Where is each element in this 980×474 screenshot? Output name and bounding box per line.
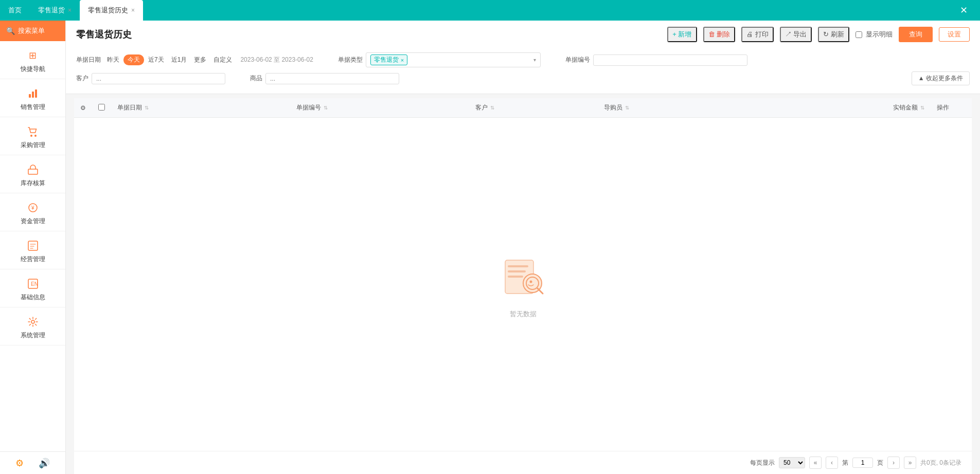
page-unit: 页 [877, 459, 883, 467]
prev-page-button[interactable]: ‹ [826, 457, 838, 469]
toolbar: + 新增 🗑 删除 🖨 打印 ↗ 导出 ↻ 刷新 显示明细 查询 设置 [667, 27, 970, 42]
col-amount[interactable]: 实销金额 ⇅ [752, 98, 931, 118]
svg-rect-1 [32, 92, 34, 98]
date-opt-custom[interactable]: 自定义 [210, 54, 235, 65]
tab-retail-return-label: 零售退货 [38, 6, 65, 15]
tab-retail-return[interactable]: 零售退货 × [30, 0, 80, 21]
first-page-button[interactable]: « [809, 457, 822, 469]
sidebar-item-system[interactable]: 系统管理 [0, 307, 65, 345]
sidebar: 搜索菜单 ⊞ 快捷导航 销售管理 采购管理 [0, 21, 66, 474]
filter-area: 单据日期 昨天 今天 近7天 近1月 更多 自定义 2023-06-02 至 2… [76, 48, 970, 94]
svg-rect-5 [28, 169, 38, 174]
page-label: 第 [842, 459, 848, 467]
sidebar-item-finance[interactable]: ¥ 资金管理 [0, 193, 65, 231]
settings-bottom-icon[interactable]: ⚙ [15, 458, 24, 469]
window-close-button[interactable]: ✕ [956, 3, 972, 18]
date-opt-1month[interactable]: 近1月 [168, 54, 190, 65]
display-detail-checkbox[interactable] [856, 31, 862, 38]
content-area: 零售退货历史 + 新增 🗑 删除 🖨 打印 ↗ 导出 ↻ 刷新 显示明细 查询 … [66, 21, 980, 474]
refresh-button[interactable]: ↻ 刷新 [818, 27, 849, 42]
table-container: ⚙ 单据日期 ⇅ 单据编号 ⇅ [74, 98, 972, 451]
total-info: 共0页, 0条记录 [920, 459, 961, 467]
sidebar-search-label: 搜索菜单 [18, 26, 45, 35]
sidebar-item-label-stock: 库存核算 [21, 179, 45, 188]
number-filter: 单据编号 [565, 54, 747, 66]
query-button[interactable]: 查询 [899, 27, 933, 42]
operation-icon [26, 239, 40, 253]
date-opt-7days[interactable]: 近7天 [145, 54, 167, 65]
main-layout: 搜索菜单 ⊞ 快捷导航 销售管理 采购管理 [0, 21, 980, 474]
customer-filter-input[interactable] [92, 73, 225, 84]
per-page-label: 每页显示 [750, 459, 775, 467]
display-detail-label: 显示明细 [866, 30, 893, 39]
type-tag-label: 零售退货 [374, 56, 399, 64]
col-number-sort-icon: ⇅ [324, 105, 328, 111]
sidebar-item-quick-nav[interactable]: ⊞ 快捷导航 [0, 41, 65, 79]
col-customer[interactable]: 客户 ⇅ [469, 98, 598, 118]
tab-retail-return-history[interactable]: 零售退货历史 × [80, 0, 143, 21]
sidebar-item-label-purchase: 采购管理 [21, 141, 45, 150]
col-guide[interactable]: 导购员 ⇅ [598, 98, 752, 118]
svg-text:¥: ¥ [31, 205, 34, 211]
col-settings[interactable]: ⚙ [74, 98, 92, 118]
pagination-bar: 每页显示 50 20 100 200 « ‹ 第 1 页 › » 共0页, 0条… [74, 451, 972, 474]
tab-retail-return-close[interactable]: × [68, 7, 72, 14]
setting-button[interactable]: 设置 [939, 27, 970, 42]
empty-text: 暂无数据 [510, 309, 537, 319]
next-page-button[interactable]: › [887, 457, 900, 469]
per-page-select[interactable]: 50 20 100 200 [779, 457, 805, 468]
sidebar-item-basic[interactable]: EN 基础信息 [0, 269, 65, 307]
page-content: ⚙ 单据日期 ⇅ 单据编号 ⇅ [66, 94, 980, 474]
goods-filter: 商品 [250, 73, 399, 84]
tab-retail-return-history-close[interactable]: × [131, 7, 135, 14]
page-input[interactable]: 1 [852, 458, 873, 468]
sidebar-item-sales[interactable]: 销售管理 [0, 79, 65, 117]
top-bar-right: ✕ [956, 3, 980, 18]
customer-filter: 客户 [76, 73, 225, 84]
tab-home[interactable]: 首页 [0, 0, 30, 21]
col-date[interactable]: 单据日期 ⇅ [111, 98, 290, 118]
add-button[interactable]: + 新增 [667, 27, 697, 42]
svg-rect-14 [508, 270, 526, 272]
col-guide-sort-icon: ⇅ [625, 105, 629, 111]
nav-icon: ⊞ [26, 48, 40, 63]
top-bar: 首页 零售退货 × 零售退货历史 × ✕ [0, 0, 980, 21]
col-number[interactable]: 单据编号 ⇅ [290, 98, 469, 118]
col-operations: 操作 [931, 98, 972, 118]
col-amount-sort-icon: ⇅ [920, 105, 924, 111]
type-select-arrow-icon: ▾ [533, 57, 536, 63]
svg-rect-13 [508, 265, 528, 267]
type-tag-close[interactable]: × [401, 57, 404, 63]
finance-icon: ¥ [26, 200, 40, 215]
sidebar-item-operation[interactable]: 经营管理 [0, 231, 65, 269]
display-detail-toggle[interactable]: 显示明细 [856, 30, 893, 39]
svg-text:EN: EN [31, 281, 38, 287]
print-button[interactable]: 🖨 打印 [741, 27, 774, 42]
sidebar-item-label-quick-nav: 快捷导航 [21, 65, 45, 74]
delete-button[interactable]: 🗑 删除 [703, 27, 736, 42]
svg-point-19 [529, 281, 532, 283]
sidebar-bottom: ⚙ 🔊 [0, 451, 65, 474]
type-select-wrapper[interactable]: 零售退货 × ▾ [366, 52, 541, 67]
date-opt-more[interactable]: 更多 [191, 54, 209, 65]
page-title: 零售退货历史 [76, 28, 132, 41]
filter-row-2: 客户 商品 ▲ 收起更多条件 [76, 71, 970, 85]
sidebar-item-label-sales: 销售管理 [21, 103, 45, 112]
customer-filter-label: 客户 [76, 74, 88, 83]
sidebar-search[interactable]: 搜索菜单 [0, 21, 65, 41]
last-page-button[interactable]: » [904, 457, 916, 469]
col-checkbox [92, 98, 111, 118]
date-opt-yesterday[interactable]: 昨天 [104, 54, 122, 65]
date-opt-today[interactable]: 今天 [123, 54, 144, 65]
goods-filter-input[interactable] [265, 73, 399, 84]
col-date-sort-icon: ⇅ [145, 105, 149, 111]
sidebar-item-stock[interactable]: 库存核算 [0, 155, 65, 193]
volume-bottom-icon[interactable]: 🔊 [39, 458, 50, 469]
number-filter-input[interactable] [593, 54, 747, 66]
sidebar-item-purchase[interactable]: 采购管理 [0, 117, 65, 155]
export-button[interactable]: ↗ 导出 [780, 27, 812, 42]
sales-icon [26, 86, 40, 101]
collapse-button[interactable]: ▲ 收起更多条件 [912, 71, 970, 85]
tab-retail-return-history-label: 零售退货历史 [88, 6, 128, 15]
select-all-checkbox[interactable] [98, 104, 105, 111]
